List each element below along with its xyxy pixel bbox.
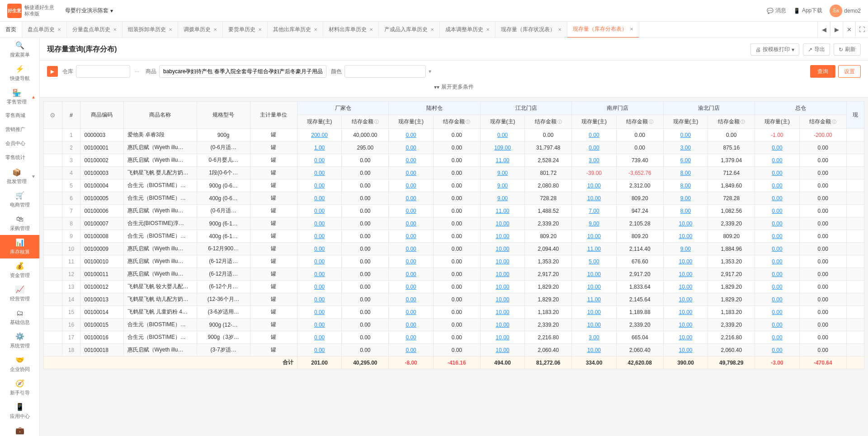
sidebar-item-operation[interactable]: 📈 经营管理: [0, 282, 39, 305]
finance-icon: 💰: [15, 262, 24, 270]
tab-stock-status[interactable]: 现存量（库存状况表） ✕: [495, 22, 567, 38]
col-settings-header[interactable]: ⚙: [44, 102, 62, 129]
color-label: 颜色: [331, 68, 342, 75]
user-menu[interactable]: Ea demo2: [830, 5, 861, 17]
logo-area[interactable]: 好生意 畅捷通好生意 标准版: [7, 4, 54, 18]
tab-branch-check[interactable]: 分量盘点单历史 ✕: [67, 22, 123, 38]
app-download-btn[interactable]: 📱 App下载: [793, 7, 822, 14]
col-code-header: 商品编码: [80, 102, 123, 129]
sidebar-item-appcenter[interactable]: 📱 应用中心: [0, 399, 39, 423]
warehouse-more-btn[interactable]: ···: [133, 68, 141, 75]
info-icon[interactable]: ⓘ: [741, 119, 745, 124]
sidebar-item-search[interactable]: 🔍 搜索英单: [0, 38, 39, 61]
close-icon[interactable]: ✕: [57, 27, 61, 32]
info-icon[interactable]: ⓘ: [832, 119, 836, 124]
tab-stock-dist[interactable]: 现存量（库存分布表） ✕: [567, 22, 639, 38]
color-input[interactable]: [344, 65, 426, 78]
expand-row: ▾▾ 展开更多条件: [47, 81, 861, 93]
export-btn[interactable]: ↗ 导出: [803, 43, 830, 56]
sidebar-item-ecommerce[interactable]: 🛒 电商管理: [0, 188, 39, 211]
info-icon[interactable]: ⓘ: [557, 119, 562, 124]
table-row: 16 00100015 合生元（BIOSTIME）… 900g (12-… 罐 …: [44, 319, 864, 331]
tab-product-in[interactable]: 产成品入库单历史 ✕: [379, 22, 440, 38]
sidebar-item-base[interactable]: 🗂 基础信息: [0, 305, 39, 329]
close-icon[interactable]: ✕: [369, 27, 373, 32]
info-icon[interactable]: ⓘ: [649, 119, 653, 124]
product-input[interactable]: [159, 65, 326, 78]
warehouse-input[interactable]: [76, 65, 130, 78]
industry-selector[interactable]: 母婴行业演示陈套 ▾: [65, 7, 113, 14]
col-lu-amt: 结存金额ⓘ: [433, 115, 480, 129]
close-icon[interactable]: ✕: [113, 27, 117, 32]
page-header: 现存量查询(库存分布) 🖨 按模板打印 ▾ ↗ 导出 ↻ 刷新: [40, 38, 868, 61]
nav-close-btn[interactable]: ✕: [843, 22, 855, 38]
tab-transfer[interactable]: 调拨单历史 ✕: [178, 22, 223, 38]
guide-icon: 🧭: [15, 379, 24, 388]
product-search-item: 商品: [146, 65, 326, 78]
sidebar-item-enterprise[interactable]: 🤝 企业协同: [0, 352, 39, 376]
sidebar-item-marketing[interactable]: 营销推广: [0, 122, 39, 136]
table-row: 5 00100004 合生元（BIOSTIME）… 900g (0-6… 罐 0…: [44, 179, 864, 192]
search-bar: ► 仓库 ··· 商品 颜色 ▾ 查询 设置: [40, 61, 868, 98]
tab-inventory-check[interactable]: 盘点单历史 ✕: [22, 22, 67, 38]
sidebar-item-stock[interactable]: 📊 库存核算: [0, 235, 39, 258]
sidebar-item-wecom[interactable]: 💼 企业微信: [0, 423, 39, 436]
tab-other-out[interactable]: 其他出库单历史 ✕: [268, 22, 323, 38]
close-icon[interactable]: ✕: [258, 27, 262, 32]
setting-btn[interactable]: 设置: [838, 65, 861, 78]
chevron-down-icon: ▾▾: [434, 84, 439, 90]
ecommerce-icon: 🛒: [15, 191, 24, 200]
nav-expand-btn[interactable]: ⛶: [855, 22, 868, 38]
enterprise-icon: 🤝: [15, 356, 24, 364]
top-bar-right: 💬 消息 📱 App下载 Ea demo2: [767, 5, 861, 17]
tab-cost-adjust[interactable]: 成本调整单历史 ✕: [440, 22, 495, 38]
tab-material-out[interactable]: 材料出库单历史 ✕: [323, 22, 379, 38]
col-unit-header: 主计量单位: [250, 102, 297, 129]
message-btn[interactable]: 💬 消息: [767, 7, 786, 14]
table-row: 12 00100011 惠氏启赋（Wyeth illu… (6-12月适… 罐 …: [44, 268, 864, 281]
sidebar-item-retail-mgmt[interactable]: 🏪 零售管理 ▲: [0, 85, 39, 108]
footer-more: [846, 356, 864, 369]
sidebar-item-retail-shop[interactable]: 零售商城: [0, 108, 39, 122]
table-row: 11 00100010 惠氏启赋（Wyeth illu… (6-12月适… 罐 …: [44, 255, 864, 268]
sidebar-item-wholesale[interactable]: 📦 批发管理 ▼: [0, 164, 39, 188]
phone-icon: 📱: [793, 8, 800, 14]
tab-assemble[interactable]: 组装拆卸单历史 ✕: [123, 22, 178, 38]
refresh-btn[interactable]: ↻ 刷新: [834, 43, 861, 56]
col-no-header: #: [62, 102, 80, 129]
nav-arrows: ◀ ▶ ✕ ⛶: [817, 22, 868, 38]
chevron-down-icon: ▼: [31, 174, 36, 179]
close-icon[interactable]: ✕: [558, 27, 561, 32]
settings-icon[interactable]: ⚙: [50, 112, 56, 119]
tab-purchase-order[interactable]: 要货单历史 ✕: [223, 22, 268, 38]
col-yubei-qty: 现存量(主): [663, 115, 708, 129]
footer-yubei-amt: 49,798.29: [708, 356, 755, 369]
sidebar-item-finance[interactable]: 💰 资金管理: [0, 258, 39, 282]
collapse-btn[interactable]: ►: [47, 66, 58, 77]
close-icon[interactable]: ✕: [630, 27, 633, 32]
expand-conditions-btn[interactable]: ▾▾ 展开更多条件: [434, 83, 474, 91]
query-btn[interactable]: 查询: [810, 65, 835, 78]
sidebar-item-purchase[interactable]: 🛍 采购管理: [0, 211, 39, 235]
sidebar-item-shortcut[interactable]: ⚡ 快捷导航: [0, 61, 39, 85]
main-layout: 🔍 搜索英单 ⚡ 快捷导航 🏪 零售管理 ▲ 零售商城 营销推广 会员中心 零售…: [0, 38, 868, 436]
logo-icon: 好生意: [7, 4, 22, 18]
info-icon[interactable]: ⓘ: [466, 119, 470, 124]
print-btn[interactable]: 🖨 按模板打印 ▾: [750, 43, 799, 56]
warehouse-search-item: 仓库 ···: [62, 65, 141, 78]
close-icon[interactable]: ✕: [430, 27, 434, 32]
sidebar-item-retail-stats[interactable]: 零售统计: [0, 150, 39, 164]
sidebar-item-member[interactable]: 会员中心: [0, 136, 39, 150]
col-nan-amt: 结存金额ⓘ: [616, 115, 663, 129]
nav-next-btn[interactable]: ▶: [830, 22, 843, 38]
footer-yubei-qty: 390.00: [663, 356, 708, 369]
info-icon[interactable]: ⓘ: [374, 119, 379, 124]
close-icon[interactable]: ✕: [314, 27, 317, 32]
tab-home[interactable]: 首页: [0, 22, 22, 38]
close-icon[interactable]: ✕: [213, 27, 217, 32]
nav-prev-btn[interactable]: ◀: [817, 22, 830, 38]
sidebar-item-system[interactable]: ⚙️ 系统管理: [0, 329, 39, 352]
sidebar-item-guide[interactable]: 🧭 新手引导: [0, 376, 39, 399]
close-icon[interactable]: ✕: [486, 27, 490, 32]
close-icon[interactable]: ✕: [169, 27, 172, 32]
